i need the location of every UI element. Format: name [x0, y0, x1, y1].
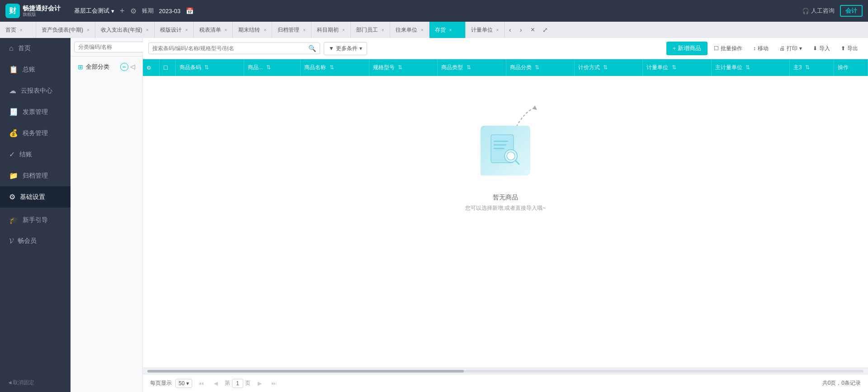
tab-prev-btn[interactable]: ‹: [505, 22, 515, 38]
account-badge[interactable]: 会计: [840, 5, 863, 17]
search-input[interactable]: [152, 43, 306, 54]
move-icon: ↕: [753, 45, 756, 52]
right-panel: 🔍 ▼ 更多条件 ▾ + 新增商品 ☐ 批量操作 ↕: [143, 38, 868, 392]
sidebar-item-invoice[interactable]: 🧾 发票管理: [0, 101, 71, 123]
left-panel: 🔍 ⊞ 全部分类 ✏ ◁: [71, 38, 143, 392]
add-tab-btn[interactable]: +: [120, 6, 125, 16]
guide-icon: 🎓: [9, 216, 18, 224]
tab-inventory[interactable]: 存货 ×: [429, 22, 466, 38]
collapse-icon[interactable]: ◁: [130, 63, 135, 71]
customer-service-btn[interactable]: 🎧 人工咨询: [802, 7, 835, 15]
scroll-thumb[interactable]: [147, 370, 464, 373]
print-btn[interactable]: 🖨 打印 ▾: [775, 43, 807, 55]
sidebar-item-archive[interactable]: 📁 归档管理: [0, 165, 71, 186]
export-btn[interactable]: ⬆ 导出: [836, 43, 863, 55]
tab-tax[interactable]: 税表清单 ×: [194, 22, 233, 38]
last-page-btn[interactable]: ⏭: [269, 378, 279, 389]
dropdown-icon: ▾: [111, 8, 114, 14]
tab-bar: 首页 × 资产负债表(中期) × 收入支出表(年报) × 模版设计 × 税表清单…: [0, 22, 868, 38]
edit-category-icon[interactable]: ✏: [120, 63, 128, 71]
import-btn[interactable]: ⬇ 导入: [808, 43, 835, 55]
ledger-icon: 📋: [9, 65, 18, 74]
sidebar-item-ledger[interactable]: 📋 总账: [0, 59, 71, 80]
empty-illustration: [460, 103, 551, 184]
tab-period[interactable]: 期末结转 ×: [233, 22, 272, 38]
th-type[interactable]: 商品类型 ⇅: [438, 59, 506, 76]
th-main-unit[interactable]: 主计量单位 ⇅: [711, 59, 789, 76]
move-btn[interactable]: ↕ 移动: [749, 43, 773, 55]
page-number: 第 1 页: [225, 379, 250, 388]
filter-btn[interactable]: ▼ 更多条件 ▾: [324, 42, 367, 55]
tab-close-subject[interactable]: ×: [342, 28, 345, 33]
category-search-input[interactable]: [74, 42, 150, 52]
category-list: ⊞ 全部分类 ✏ ◁: [71, 57, 142, 77]
prev-page-btn[interactable]: ◀: [210, 378, 221, 389]
th-category[interactable]: 商品分类 ⇅: [506, 59, 574, 76]
sidebar-item-member[interactable]: 𝓥 畅会员: [0, 231, 71, 251]
th-unit[interactable]: 计量单位 ⇅: [643, 59, 711, 76]
cancel-fixed-btn[interactable]: ◄取消固定: [0, 373, 71, 392]
batch-btn[interactable]: ☐ 批量操作: [709, 43, 747, 55]
empty-state: 暂无商品 您可以选择新增,或者直接导入哦~: [143, 76, 868, 239]
tab-archive[interactable]: 归档管理 ×: [272, 22, 311, 38]
tab-home[interactable]: 首页 ×: [0, 22, 36, 38]
calendar-icon[interactable]: 📅: [186, 7, 193, 14]
th-spec[interactable]: 规格型号 ⇅: [369, 59, 437, 76]
th-settings[interactable]: ⚙: [143, 59, 159, 76]
sidebar-item-tax[interactable]: 💰 税务管理: [0, 123, 71, 144]
tab-close-tax[interactable]: ×: [225, 28, 227, 33]
th-check[interactable]: ☐: [159, 59, 175, 76]
filter-chevron: ▾: [359, 45, 362, 52]
tab-close-employee[interactable]: ×: [382, 28, 384, 33]
tab-unit[interactable]: 计量单位 ×: [466, 22, 505, 38]
horizontal-scrollbar[interactable]: [143, 368, 868, 374]
page-size-select[interactable]: 50 ▾: [175, 379, 192, 388]
settings-icon[interactable]: ⚙: [130, 7, 137, 15]
sidebar-item-settlement[interactable]: ✓ 结账: [0, 144, 71, 165]
tab-subject[interactable]: 科目期初 ×: [311, 22, 351, 38]
sidebar-item-settings[interactable]: ⚙ 基础设置: [0, 186, 71, 208]
tax-icon: 💰: [9, 129, 18, 137]
tab-partner[interactable]: 往来单位 ×: [390, 22, 429, 38]
tab-expand-btn[interactable]: ⤢: [539, 22, 552, 38]
th-price-method[interactable]: 计价方式 ⇅: [574, 59, 642, 76]
th-name[interactable]: 商品名称 ⇅: [301, 59, 369, 76]
th-barcode[interactable]: 商品条码 ⇅: [175, 59, 244, 76]
all-category-item[interactable]: ⊞ 全部分类 ✏ ◁: [74, 60, 139, 74]
th-code[interactable]: 商品... ⇅: [244, 59, 301, 76]
tab-employee[interactable]: 部门员工 ×: [351, 22, 390, 38]
th-col3[interactable]: 主3 ⇅: [790, 59, 834, 76]
tab-close-template[interactable]: ×: [185, 28, 188, 33]
search-bar: 🔍: [148, 43, 320, 54]
header-right: 🎧 人工咨询 会计: [802, 5, 863, 17]
empty-subtitle: 您可以选择新增,或者直接导入哦~: [465, 204, 546, 212]
tab-next-btn[interactable]: ›: [515, 22, 526, 38]
tab-close-home[interactable]: ×: [20, 28, 23, 33]
search-icon[interactable]: 🔍: [308, 45, 316, 52]
first-page-btn[interactable]: ⏮: [196, 378, 207, 389]
toolbar-right: + 新增商品 ☐ 批量操作 ↕ 移动 🖨 打印 ▾: [666, 42, 863, 55]
svg-marker-0: [533, 105, 537, 110]
tab-income[interactable]: 收入支出表(年报) ×: [95, 22, 155, 38]
grid-icon: ⊞: [78, 63, 83, 71]
tab-close-income[interactable]: ×: [146, 28, 149, 33]
tab-close-all-btn[interactable]: ×: [526, 22, 539, 38]
sidebar-item-reports[interactable]: ☁ 云报表中心: [0, 80, 71, 101]
next-page-btn[interactable]: ▶: [254, 378, 265, 389]
add-product-btn[interactable]: + 新增商品: [666, 42, 708, 55]
tab-template[interactable]: 模版设计 ×: [155, 22, 194, 38]
sidebar-item-home[interactable]: ⌂ 首页: [0, 38, 71, 59]
sidebar-item-guide[interactable]: 🎓 新手引导: [0, 209, 71, 231]
svg-rect-3: [494, 144, 506, 146]
company-selector[interactable]: 基层工会测试 ▾: [74, 7, 114, 15]
tab-close-unit[interactable]: ×: [496, 28, 499, 33]
tab-close-partner[interactable]: ×: [421, 28, 424, 33]
product-table: ⚙ ☐ 商品条码 ⇅ 商品... ⇅ 商品名称 ⇅ 规格型号 ⇅ 商品类型 ⇅ …: [143, 59, 868, 239]
tab-close-archive[interactable]: ×: [303, 28, 306, 33]
tab-close-inventory[interactable]: ×: [449, 28, 452, 33]
tab-close-balance[interactable]: ×: [87, 28, 90, 33]
page-size-chevron: ▾: [186, 380, 189, 387]
tab-balance[interactable]: 资产负债表(中期) ×: [36, 22, 95, 38]
svg-rect-2: [494, 141, 508, 142]
tab-close-period[interactable]: ×: [264, 28, 266, 33]
